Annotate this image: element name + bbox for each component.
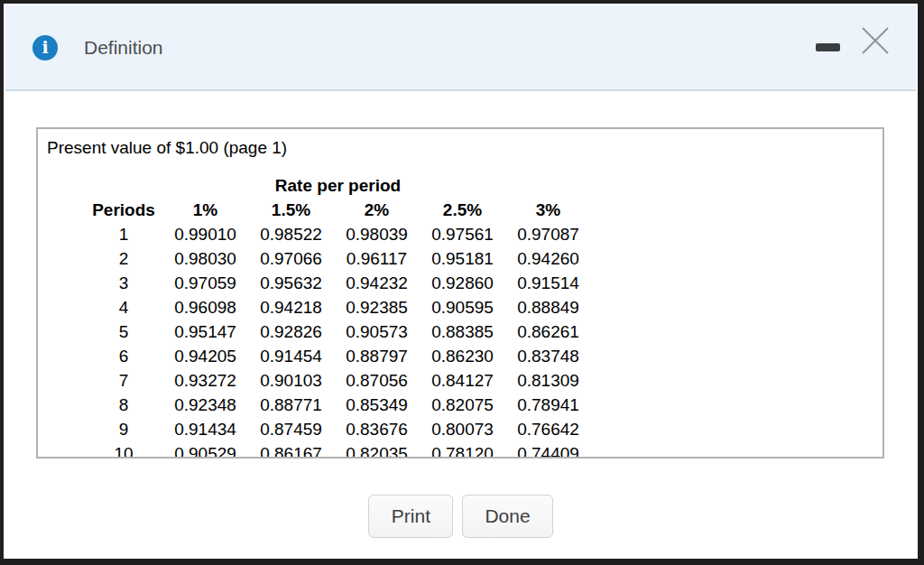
table-row: 6 0.94205 0.91454 0.88797 0.86230 0.8374… (85, 344, 591, 368)
value-cell: 0.83748 (505, 344, 591, 368)
value-cell: 0.88849 (505, 295, 591, 320)
value-cell: 0.83676 (334, 417, 420, 441)
value-cell: 0.86261 (505, 320, 591, 344)
value-cell: 0.81309 (505, 368, 591, 393)
value-cell: 0.97059 (162, 271, 248, 295)
period-cell: 6 (85, 344, 162, 368)
value-cell: 0.94218 (248, 295, 334, 320)
value-cell: 0.96098 (162, 295, 248, 320)
value-cell: 0.84127 (420, 368, 505, 393)
value-cell: 0.91454 (248, 344, 334, 368)
column-header-2-5pct: 2.5% (420, 198, 505, 222)
value-cell: 0.95147 (162, 320, 248, 344)
value-cell: 0.96117 (334, 246, 420, 271)
table-group-header-row: Rate per period (85, 173, 591, 198)
value-cell: 0.90103 (248, 368, 334, 393)
value-cell: 0.90595 (420, 295, 505, 320)
column-header-2pct: 2% (334, 198, 420, 222)
table-row: 8 0.92348 0.88771 0.85349 0.82075 0.7894… (85, 393, 591, 417)
value-cell: 0.78120 (420, 441, 505, 458)
value-cell: 0.98030 (162, 246, 248, 271)
value-cell: 0.76642 (505, 417, 591, 441)
value-cell: 0.93272 (162, 368, 248, 393)
value-cell: 0.92348 (162, 393, 248, 417)
value-cell: 0.94205 (162, 344, 248, 368)
column-header-3pct: 3% (505, 198, 591, 222)
value-cell: 0.90573 (334, 320, 420, 344)
value-cell: 0.98522 (248, 222, 334, 246)
period-cell: 3 (85, 271, 162, 295)
period-cell: 7 (85, 368, 162, 393)
value-cell: 0.95632 (248, 271, 334, 295)
value-cell: 0.91514 (505, 271, 591, 295)
done-button[interactable]: Done (462, 495, 552, 538)
period-cell: 1 (85, 222, 162, 246)
value-cell: 0.91434 (162, 417, 248, 441)
value-cell: 0.95181 (420, 246, 505, 271)
definition-dialog: i Definition Present value of $1.00 (pag… (0, 0, 924, 565)
table-header-row: Periods 1% 1.5% 2% 2.5% 3% (85, 198, 591, 222)
table-row: 2 0.98030 0.97066 0.96117 0.95181 0.9426… (85, 246, 591, 271)
column-header-periods: Periods (85, 198, 162, 222)
dialog-title: Definition (84, 37, 163, 59)
value-cell: 0.86230 (420, 344, 505, 368)
value-cell: 0.86167 (248, 441, 334, 458)
value-cell: 0.94232 (334, 271, 420, 295)
table-row: 4 0.96098 0.94218 0.92385 0.90595 0.8884… (85, 295, 591, 320)
info-icon-glyph: i (42, 39, 48, 56)
value-cell: 0.82075 (420, 393, 505, 417)
window-controls (816, 5, 916, 56)
column-header-1pct: 1% (162, 198, 248, 222)
table-row: 7 0.93272 0.90103 0.87056 0.84127 0.8130… (85, 368, 591, 393)
dialog-titlebar: i Definition (5, 5, 916, 91)
value-cell: 0.88385 (420, 320, 505, 344)
value-cell: 0.74409 (505, 441, 591, 458)
period-cell: 2 (85, 246, 162, 271)
print-button[interactable]: Print (368, 495, 453, 538)
period-cell: 9 (85, 417, 162, 441)
value-cell: 0.85349 (334, 393, 420, 417)
table-row: 5 0.95147 0.92826 0.90573 0.88385 0.8626… (85, 320, 591, 344)
panel-title: Present value of $1.00 (page 1) (47, 138, 882, 158)
minimize-icon[interactable] (816, 43, 840, 51)
info-icon: i (32, 35, 58, 60)
value-cell: 0.94260 (505, 246, 591, 271)
table-row: 9 0.91434 0.87459 0.83676 0.80073 0.7664… (85, 417, 591, 441)
value-cell: 0.80073 (420, 417, 505, 441)
definition-content-panel: Present value of $1.00 (page 1) Rate per… (36, 127, 884, 458)
value-cell: 0.92385 (334, 295, 420, 320)
value-cell: 0.97561 (420, 222, 505, 246)
value-cell: 0.88771 (248, 393, 334, 417)
value-cell: 0.88797 (334, 344, 420, 368)
period-cell: 10 (85, 441, 162, 458)
table-row-clipped: 10 0.90529 0.86167 0.82035 0.78120 0.744… (85, 441, 591, 458)
value-cell: 0.78941 (505, 393, 591, 417)
period-cell: 8 (85, 393, 162, 417)
period-cell: 4 (85, 295, 162, 320)
value-cell: 0.90529 (162, 441, 248, 458)
value-cell: 0.97087 (505, 222, 591, 246)
dialog-button-row: Print Done (5, 495, 916, 538)
present-value-table: Rate per period Periods 1% 1.5% 2% 2.5% … (85, 173, 591, 458)
value-cell: 0.82035 (334, 441, 420, 458)
value-cell: 0.99010 (162, 222, 248, 246)
value-cell: 0.98039 (334, 222, 420, 246)
value-cell: 0.97066 (248, 246, 334, 271)
value-cell: 0.92860 (420, 271, 505, 295)
close-icon[interactable] (860, 25, 891, 56)
table-row: 1 0.99010 0.98522 0.98039 0.97561 0.9708… (85, 222, 591, 246)
period-cell: 5 (85, 320, 162, 344)
value-cell: 0.87056 (334, 368, 420, 393)
rate-per-period-header: Rate per period (85, 173, 591, 198)
value-cell: 0.92826 (248, 320, 334, 344)
table-row: 3 0.97059 0.95632 0.94232 0.92860 0.9151… (85, 271, 591, 295)
column-header-1-5pct: 1.5% (248, 198, 334, 222)
value-cell: 0.87459 (248, 417, 334, 441)
